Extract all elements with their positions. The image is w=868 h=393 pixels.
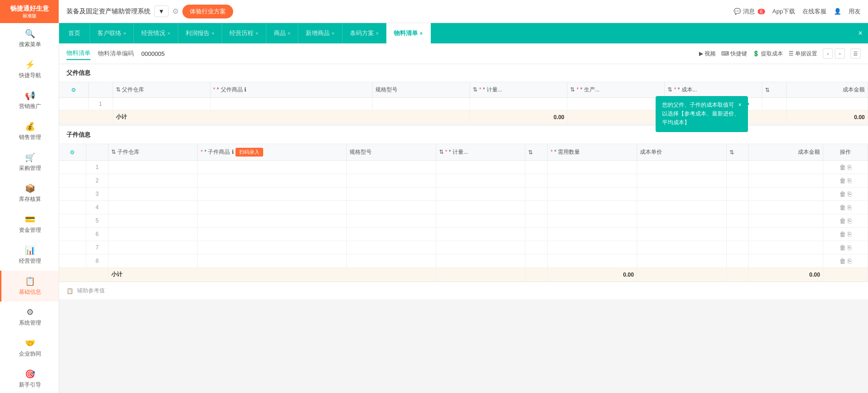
child-row4-unit-price[interactable] [637,201,726,214]
child-row7-unit[interactable] [436,241,525,254]
child-row5-quantity[interactable] [548,214,637,228]
parent-unit-cell[interactable] [470,98,567,110]
scan-input-button[interactable]: 扫码录入 [235,148,263,157]
child-row8-quantity[interactable] [548,254,637,268]
tab-profit[interactable]: 利润报告 × [178,23,222,43]
tab-home[interactable]: 首页 [59,23,90,43]
action-single-setting[interactable]: ☰ 单据设置 [789,50,817,58]
tab-bom[interactable]: 物料清单 × [386,23,430,43]
child-row7-warehouse[interactable] [108,241,198,254]
child-row6-spec[interactable] [347,228,436,241]
child-row2-unit-price[interactable] [637,174,726,187]
child-row1-warehouse[interactable] [108,161,198,174]
copy-icon-8[interactable]: ⎘ [848,257,851,265]
action-shortcut[interactable]: ⌨ 快捷键 [721,50,747,58]
child-row4-warehouse[interactable] [108,201,198,214]
child-row6-product[interactable] [198,228,347,241]
parent-sort-cell[interactable] [762,98,787,110]
child-row1-sort[interactable] [525,161,548,174]
child-row4-quantity[interactable] [548,201,637,214]
child-row2-warehouse[interactable] [108,174,198,187]
child-row3-sort2[interactable] [726,187,748,201]
sub-tab-bom[interactable]: 物料清单 [66,47,90,60]
child-row2-quantity[interactable] [548,174,637,187]
child-row8-warehouse[interactable] [108,254,198,268]
sidebar-item-guide[interactable]: 🎯 新手引导 [0,363,59,393]
message-area[interactable]: 💬 消息 6 [734,7,765,16]
sidebar-item-search[interactable]: 🔍 搜索菜单 [0,23,59,54]
child-row8-unit[interactable] [436,254,525,268]
app-download-link[interactable]: App下载 [772,7,795,16]
child-row6-unit-price[interactable] [637,228,726,241]
close-all-tabs[interactable]: × [853,29,868,37]
sidebar-item-system[interactable]: ⚙ 系统管理 [0,302,59,333]
copy-icon-5[interactable]: ⎘ [848,217,851,224]
parent-product-cell[interactable] [210,98,373,110]
child-row4-sort[interactable] [525,201,548,214]
child-row4-spec[interactable] [347,201,436,214]
delete-icon-6[interactable]: 🗑 [839,230,846,238]
child-row5-warehouse[interactable] [108,214,198,228]
child-row5-sort[interactable] [525,214,548,228]
copy-icon-6[interactable]: ⎘ [848,230,851,238]
child-row3-spec[interactable] [347,187,436,201]
tab-operation-close[interactable]: × [167,30,170,36]
sidebar-item-marketing[interactable]: 📢 营销推广 [0,85,59,116]
child-row5-product[interactable] [198,214,347,228]
sidebar-item-operations[interactable]: 📊 经营管理 [0,240,59,271]
child-row3-unit-price[interactable] [637,187,726,201]
child-row5-spec[interactable] [347,214,436,228]
child-row8-product[interactable] [198,254,347,268]
parent-settings-gear[interactable]: ⚙ [71,87,76,93]
child-row4-sort2[interactable] [726,201,748,214]
child-row3-unit[interactable] [436,187,525,201]
tab-operation[interactable]: 经营情况 × [134,23,178,43]
child-row3-sort[interactable] [525,187,548,201]
tab-barcode-close[interactable]: × [376,30,379,36]
delete-icon-7[interactable]: 🗑 [839,244,846,251]
child-row2-spec[interactable] [347,174,436,187]
copy-icon-7[interactable]: ⎘ [848,244,851,251]
parent-spec-cell[interactable] [373,98,470,110]
child-row5-unit[interactable] [436,214,525,228]
child-row7-quantity[interactable] [548,241,637,254]
grid-view-btn[interactable]: ☰ [850,48,861,59]
child-row7-unit-price[interactable] [637,241,726,254]
child-row4-product[interactable] [198,201,347,214]
sidebar-item-quicknav[interactable]: ⚡ 快捷导航 [0,54,59,85]
tab-profit-close[interactable]: × [211,30,214,36]
sidebar-item-enterprise[interactable]: 🤝 企业协同 [0,333,59,363]
next-arrow[interactable]: › [835,48,845,59]
delete-icon-3[interactable]: 🗑 [839,190,846,198]
sidebar-item-finance[interactable]: 💳 资金管理 [0,209,59,240]
child-row3-quantity[interactable] [548,187,637,201]
prev-arrow[interactable]: ‹ [823,48,833,59]
child-row7-sort2[interactable] [726,241,748,254]
copy-icon-2[interactable]: ⎘ [848,177,851,184]
delete-icon-2[interactable]: 🗑 [839,177,846,184]
sub-tab-bom-code[interactable]: 物料清单编码 [98,48,134,60]
copy-icon-1[interactable]: ⎘ [848,163,851,171]
trial-button[interactable]: 体验行业方案 [182,5,233,18]
child-row8-unit-price[interactable] [637,254,726,268]
sidebar-item-basic-info[interactable]: 📋 基础信息 [0,271,59,302]
child-row1-unit-price[interactable] [637,161,726,174]
settings-icon[interactable]: ⚙ [172,7,179,16]
child-row4-unit[interactable] [436,201,525,214]
online-service-link[interactable]: 在线客服 [802,7,826,16]
child-row6-unit[interactable] [436,228,525,241]
delete-icon-8[interactable]: 🗑 [839,257,846,265]
child-row2-sort2[interactable] [726,174,748,187]
tab-goods-close[interactable]: × [288,30,290,36]
child-row2-sort[interactable] [525,174,548,187]
child-row1-sort2[interactable] [726,161,748,174]
system-dropdown[interactable]: ▼ [154,6,169,17]
child-row6-quantity[interactable] [548,228,637,241]
tab-history-close[interactable]: × [255,30,258,36]
child-row8-sort[interactable] [525,254,548,268]
child-settings-gear[interactable]: ⚙ [70,149,75,156]
delete-icon-1[interactable]: 🗑 [839,163,846,171]
parent-production-cell[interactable] [567,98,665,110]
child-row7-sort[interactable] [525,241,548,254]
action-extract-cost[interactable]: 💲 提取成本 [753,50,783,58]
